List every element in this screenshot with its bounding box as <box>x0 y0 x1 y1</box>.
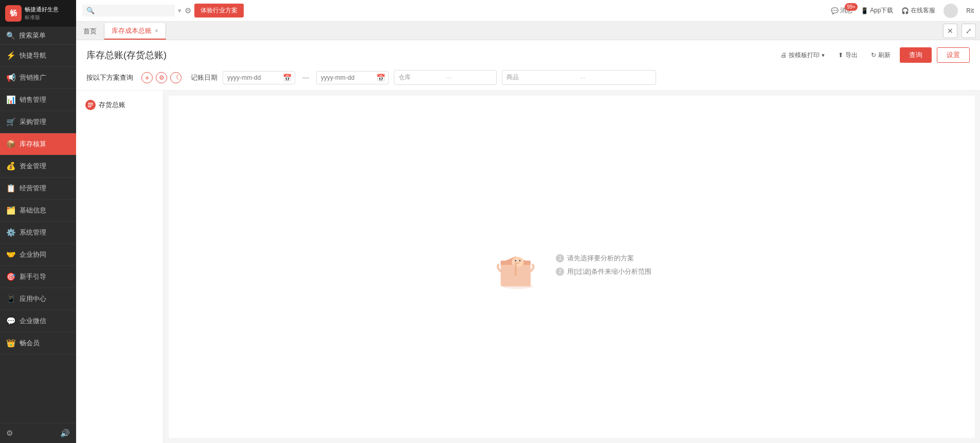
topbar: 🔍 ▾ ⚙ 体验行业方案 💬 消息 99+ 📱 App下载 🎧 在线客服 <box>76 0 980 22</box>
scheme-sidebar: 存货总账 <box>76 91 164 443</box>
chevron-down-icon: ▾ <box>178 7 182 14</box>
date-end-wrapper: 📅 <box>316 71 389 84</box>
export-icon: ⬆ <box>838 51 843 59</box>
refresh-label: 刷新 <box>878 51 891 60</box>
query-btn[interactable]: 查询 <box>900 47 932 63</box>
sidebar-nav: ⚡ 快捷导航 📢 营销推广 📊 销售管理 🛒 采购管理 📦 库存核算 💰 资金管… <box>0 45 76 423</box>
sidebar-item-enterprise[interactable]: 🤝 企业协同 <box>0 244 76 266</box>
export-btn[interactable]: ⬆ 导出 <box>834 49 862 62</box>
sidebar-search-menu[interactable]: 🔍 搜索菜单 <box>0 27 76 45</box>
operations-icon: 📋 <box>6 184 15 193</box>
refresh-btn[interactable]: ↻ 刷新 <box>867 49 895 62</box>
date-end-input[interactable] <box>317 72 373 84</box>
topbar-service-label: 在线客服 <box>911 6 935 15</box>
scheme-item-label: 存货总账 <box>99 100 125 110</box>
svg-rect-11 <box>515 262 517 275</box>
filter-add-btn[interactable]: + <box>141 72 153 83</box>
tab-home[interactable]: 首页 <box>76 23 104 40</box>
sidebar-item-inventory[interactable]: 📦 库存核算 <box>0 133 76 155</box>
date-start-wrapper: 📅 <box>223 71 295 84</box>
collapse-icon: 《 <box>173 73 179 82</box>
filter-settings-btn[interactable]: ⚙ <box>156 72 167 83</box>
tab-active-label: 库存成本总账 <box>112 26 152 36</box>
topbar-gear-icon[interactable]: ⚙ <box>185 6 191 15</box>
basic-icon: 🗂️ <box>6 206 15 215</box>
sidebar-item-member[interactable]: 👑 畅会员 <box>0 332 76 355</box>
system-icon: ⚙️ <box>6 228 15 237</box>
sidebar-item-marketing[interactable]: 📢 营销推广 <box>0 67 76 89</box>
sidebar-item-label: 快捷导航 <box>20 51 46 60</box>
print-label: 按模板打印 <box>789 51 820 60</box>
sidebar-item-label: 新手引导 <box>20 272 46 281</box>
sidebar-item-quick-nav[interactable]: ⚡ 快捷导航 <box>0 45 76 67</box>
sidebar-item-operations[interactable]: 📋 经营管理 <box>0 178 76 200</box>
product-placeholder: 商品 <box>506 73 578 82</box>
tabs-bar: 首页 库存成本总账 × ✕ ⤢ <box>76 22 980 40</box>
sidebar-item-purchase[interactable]: 🛒 采购管理 <box>0 111 76 133</box>
quick-nav-icon: ⚡ <box>6 51 15 60</box>
marketing-icon: 📢 <box>6 73 15 82</box>
tip-num-2: 2 <box>556 268 564 276</box>
empty-tip-1: 1 请先选择要分析的方案 <box>556 254 651 263</box>
tip-text-2: 用[过滤]条件来缩小分析范围 <box>567 267 651 276</box>
tab-inventory-ledger[interactable]: 库存成本总账 × <box>104 23 166 40</box>
audio-icon[interactable]: 🔊 <box>60 429 70 438</box>
sidebar-item-label: 企业协同 <box>20 250 46 259</box>
svg-point-6 <box>512 257 524 267</box>
calendar-start-icon[interactable]: 📅 <box>280 74 295 82</box>
sidebar-item-finance[interactable]: 💰 资金管理 <box>0 155 76 178</box>
date-start-input[interactable] <box>223 72 280 84</box>
enterprise-icon: 🤝 <box>6 250 15 259</box>
sidebar-item-apps[interactable]: 📱 应用中心 <box>0 288 76 310</box>
sidebar-logo: 畅 畅捷通好生意 标准版 <box>0 0 76 27</box>
tab-expand-btn[interactable]: ⤢ <box>961 24 976 38</box>
topbar-service-btn[interactable]: 🎧 在线客服 <box>901 6 935 15</box>
sidebar-item-newbie[interactable]: 🎯 新手引导 <box>0 266 76 288</box>
warehouse-select[interactable]: 仓库 ··· <box>394 70 497 85</box>
settings-page-btn[interactable]: 设置 <box>937 47 970 63</box>
topbar-app-download-btn[interactable]: 📱 App下载 <box>861 6 893 15</box>
sidebar-item-sales[interactable]: 📊 销售管理 <box>0 89 76 111</box>
topbar-search-input[interactable] <box>97 7 148 14</box>
finance-icon: 💰 <box>6 162 15 171</box>
sidebar-item-system[interactable]: ⚙️ 系统管理 <box>0 222 76 244</box>
topbar-message-btn[interactable]: 💬 消息 99+ <box>831 6 852 15</box>
tab-close-btn[interactable]: × <box>155 27 158 34</box>
product-select[interactable]: 商品 ··· <box>502 70 656 85</box>
print-dropdown-icon: ▾ <box>822 52 825 59</box>
sidebar-item-label: 销售管理 <box>20 95 46 104</box>
filter-actions: + ⚙ 《 <box>141 72 182 83</box>
sidebar-item-label: 系统管理 <box>20 228 46 237</box>
tip-num-1: 1 <box>556 254 564 262</box>
industry-btn[interactable]: 体验行业方案 <box>194 4 244 17</box>
topbar-dropdown[interactable]: ▾ <box>178 7 182 14</box>
sidebar-item-label: 经营管理 <box>20 184 46 193</box>
sidebar-item-label: 畅会员 <box>20 339 40 348</box>
page-actions: 🖨 按模板打印 ▾ ⬆ 导出 ↻ 刷新 查询 设置 <box>776 47 970 63</box>
sidebar-item-label: 营销推广 <box>20 73 46 82</box>
filter-row: 按以下方案查询 + ⚙ 《 记账日期 📅 <box>86 70 970 85</box>
app-icon: 📱 <box>861 7 868 14</box>
scheme-item-inventory[interactable]: 存货总账 <box>80 96 159 114</box>
add-icon: + <box>145 74 149 81</box>
tab-close-window-btn[interactable]: ✕ <box>943 24 957 38</box>
topbar-search-icon: 🔍 <box>86 7 95 14</box>
print-btn[interactable]: 🖨 按模板打印 ▾ <box>776 49 829 62</box>
empty-illustration <box>492 241 543 293</box>
topbar-avatar[interactable] <box>943 4 958 18</box>
export-label: 导出 <box>845 51 858 60</box>
sidebar-item-label: 库存核算 <box>20 139 46 149</box>
calendar-end-icon[interactable]: 📅 <box>373 74 388 82</box>
sidebar-search-label: 搜索菜单 <box>19 31 46 40</box>
filter-label: 按以下方案查询 <box>86 73 133 82</box>
page-header: 库存总账(存货总账) 🖨 按模板打印 ▾ ⬆ 导出 ↻ 刷新 <box>76 40 980 91</box>
sidebar-item-wechat[interactable]: 💬 企业微信 <box>0 310 76 332</box>
sidebar-item-basic[interactable]: 🗂️ 基础信息 <box>0 200 76 222</box>
sidebar-item-label: 企业微信 <box>20 316 46 326</box>
filter-collapse-btn[interactable]: 《 <box>170 72 182 83</box>
settings-footer-icon[interactable]: ⚙ <box>6 429 13 438</box>
topbar-username: Rit <box>966 7 974 14</box>
print-icon: 🖨 <box>781 51 787 59</box>
sidebar-item-label: 基础信息 <box>20 206 46 215</box>
product-more-icon: ··· <box>580 74 651 81</box>
